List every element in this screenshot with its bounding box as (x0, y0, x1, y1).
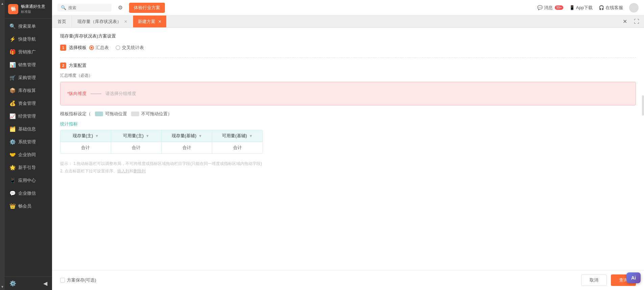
stats-col-header-1[interactable]: 可用量(主) ▼ (111, 130, 162, 142)
save-label: 方案保存(可选) (67, 277, 96, 283)
content-inner: 现存量(库存状况表)方案设置 1 选择模板 汇总表 (52, 28, 644, 270)
sidebar-label-system: 系统管理 (18, 139, 36, 145)
sidebar-item-basic-info[interactable]: 🗂️ 基础信息 (5, 123, 52, 136)
header-right: 💬 消息 99+ 📱 App下载 🎧 在线客服 (537, 3, 639, 13)
step1-block: 1 选择模板 汇总表 交叉统计表 (60, 45, 636, 51)
cancel-button[interactable]: 取消 (581, 274, 607, 286)
sidebar-item-inventory[interactable]: 📦 库存核算 (5, 84, 52, 97)
stats-section-label: 统计指标 (60, 121, 636, 127)
stats-col-header-0[interactable]: 现存量(主) ▼ (60, 130, 111, 142)
settings-icon[interactable]: ⚙️ (9, 280, 16, 287)
stats-table-header: 现存量(主) ▼ 合计 可用量(主) ▼ 合计 (60, 130, 263, 153)
stats-col-header-3[interactable]: 可用量(基辅) ▼ (212, 130, 263, 142)
sidebar-item-marketing[interactable]: 🎁 营销推广 (5, 46, 52, 58)
header-left: 🔍 ⚙ 体验行业方案 (57, 3, 165, 13)
scroll-handle[interactable] (642, 95, 644, 116)
sidebar-item-search-menu[interactable]: 🔍 搜索菜单 (5, 20, 52, 33)
app-download-label: App下载 (576, 5, 593, 11)
chevron-down-icon-0[interactable]: ▼ (95, 134, 99, 138)
stats-col-body-1: 合计 (111, 142, 162, 153)
page-title: 现存量(库存状况表)方案设置 (60, 33, 636, 39)
tab-new-plan[interactable]: 新建方案 ✕ (133, 16, 167, 27)
search-box[interactable]: 🔍 (57, 4, 112, 11)
marketing-icon: 🎁 (9, 49, 16, 55)
tab-inventory-status[interactable]: 现存量（库存状况表） ✕ (72, 16, 133, 27)
industry-solution-button[interactable]: 体验行业方案 (129, 3, 165, 13)
sidebar-item-wechat[interactable]: 💬 企业微信 (5, 187, 52, 200)
save-option: 方案保存(可选) (60, 277, 96, 283)
app-download-button[interactable]: 📱 App下载 (569, 5, 593, 11)
messages-button[interactable]: 💬 消息 99+ (537, 5, 563, 11)
stats-col-header-label-1: 可用量(主) (123, 133, 144, 139)
user-avatar[interactable] (629, 3, 639, 13)
tabs-actions: ✕ ⛶ (621, 18, 644, 25)
scroll-down-arrow[interactable]: ▼ (0, 283, 5, 290)
draggable-legend-label: 可拖动位置 (105, 111, 127, 117)
template-radio-group: 汇总表 交叉统计表 (89, 45, 144, 51)
app-center-icon: 📱 (9, 177, 16, 184)
insert-col-link[interactable]: 插入列 (117, 169, 129, 173)
close-new-plan-tab-icon[interactable]: ✕ (158, 19, 162, 24)
step1-header: 1 选择模板 汇总表 交叉统计表 (60, 45, 636, 51)
search-menu-icon: 🔍 (9, 23, 16, 29)
sidebar-item-finance[interactable]: 💰 资金管理 (5, 97, 52, 110)
stats-table: 现存量(主) ▼ 合计 可用量(主) ▼ 合计 (60, 130, 263, 154)
ai-float-button[interactable]: Ai (626, 272, 641, 283)
content-area: 现存量(库存状况表)方案设置 1 选择模板 汇总表 (52, 28, 644, 270)
logo-icon: 畅 (8, 4, 18, 14)
purchase-icon: 🛒 (9, 75, 16, 81)
headset-icon: 🎧 (599, 5, 604, 10)
sidebar-item-enterprise[interactable]: 🤝 企业协同 (5, 148, 52, 161)
gear-icon[interactable]: ⚙ (116, 3, 125, 13)
online-service-button[interactable]: 🎧 在线客服 (599, 5, 623, 11)
stats-col-header-2[interactable]: 现存量(基辅) ▼ (162, 130, 212, 142)
sidebar-item-sales[interactable]: 📊 销售管理 (5, 58, 52, 71)
close-tab-action-icon[interactable]: ✕ (621, 18, 629, 25)
step1-number: 1 (60, 45, 66, 51)
dimension-box[interactable]: *纵向维度 —— 请选择分组维度 (60, 82, 636, 105)
step2-block: 2 方案配置 汇总维度（必选） *纵向维度 —— 请选择分组维度 模板指标设定（ (60, 63, 636, 175)
sidebar-nav: 🔍 搜索菜单 ⚡ 快捷导航 🎁 营销推广 📊 销售管理 🛒 采购管理 📦 库存核… (5, 19, 52, 276)
close-inventory-tab-icon[interactable]: ✕ (124, 19, 127, 24)
app-version: 标准版 (21, 9, 45, 14)
tab-inventory-status-label: 现存量（库存状况表） (77, 19, 121, 25)
sidebar-item-quick-nav[interactable]: ⚡ 快捷导航 (5, 33, 52, 46)
sidebar-item-new-guide[interactable]: 🌟 新手引导 (5, 161, 52, 174)
vip-icon: 👑 (9, 203, 16, 209)
scroll-up-arrow[interactable]: ▲ (0, 0, 5, 7)
search-input[interactable] (68, 5, 108, 10)
stats-col-body-3: 合计 (212, 142, 263, 153)
vertical-dimension-label: *纵向维度 (67, 91, 86, 97)
chevron-down-icon-1[interactable]: ▼ (146, 134, 149, 138)
radio-summary[interactable]: 汇总表 (89, 45, 109, 51)
delete-col-link[interactable]: 删除列 (133, 169, 146, 173)
indicator-settings: 模板指标设定（ 可拖动位置 不可拖动位置） (60, 111, 636, 117)
sidebar-label-new-guide: 新手引导 (18, 165, 36, 171)
sidebar-footer: ⚙️ ◀ (5, 276, 52, 290)
chevron-down-icon-2[interactable]: ▼ (198, 134, 202, 138)
radio-cross[interactable]: 交叉统计表 (116, 45, 144, 51)
system-icon: ⚙️ (9, 139, 16, 145)
hint-box: 提示： 1.拖动标题栏可以调整布局，不可跨维度或指标区域拖动栏目字段(只能在同一… (60, 160, 636, 175)
sidebar-item-app-center[interactable]: 📱 应用中心 (5, 174, 52, 187)
sidebar-item-vip[interactable]: 👑 畅会员 (5, 200, 52, 213)
legend-non-draggable: 不可拖动位置） (131, 111, 172, 117)
save-checkbox[interactable] (60, 278, 65, 283)
radio-summary-circle (89, 45, 94, 50)
sidebar-item-operations[interactable]: 📈 经营管理 (5, 110, 52, 123)
sidebar-item-purchase[interactable]: 🛒 采购管理 (5, 71, 52, 84)
sidebar-label-marketing: 营销推广 (18, 49, 36, 55)
sidebar: 畅 畅康通好生意 标准版 🔍 搜索菜单 ⚡ 快捷导航 🎁 营销推广 📊 销售管理… (5, 0, 52, 290)
sidebar-item-system[interactable]: ⚙️ 系统管理 (5, 136, 52, 148)
radio-cross-circle (116, 45, 120, 50)
expand-tab-action-icon[interactable]: ⛶ (632, 18, 641, 25)
tab-new-plan-label: 新建方案 (138, 19, 155, 25)
tab-home[interactable]: 首页 (52, 16, 72, 27)
content-footer: 方案保存(可选) 取消 查询 (52, 270, 644, 290)
basic-info-icon: 🗂️ (9, 126, 16, 132)
search-icon: 🔍 (61, 5, 66, 10)
collapse-icon[interactable]: ◀ (43, 280, 47, 287)
sidebar-label-basic-info: 基础信息 (18, 126, 36, 132)
step2-title: 方案配置 (69, 63, 86, 69)
chevron-down-icon-3[interactable]: ▼ (249, 134, 253, 138)
